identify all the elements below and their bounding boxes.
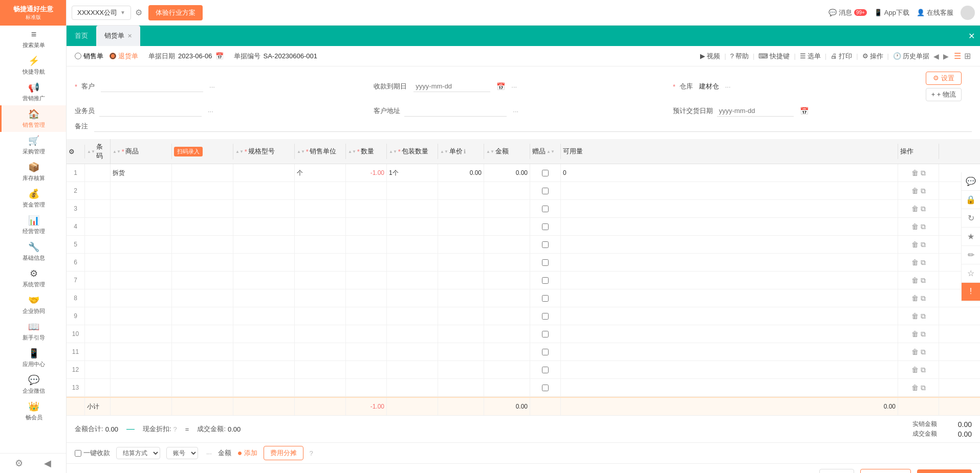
radio-sale-input[interactable]: [75, 53, 81, 59]
scan-button[interactable]: 扫码录入: [174, 147, 203, 156]
copy-row-9-icon[interactable]: ⧉: [921, 312, 926, 321]
action-shortcut[interactable]: ⌨ 快捷键: [758, 52, 790, 61]
delete-row-12-icon[interactable]: 🗑: [911, 366, 919, 374]
action-help[interactable]: ? 帮助: [730, 52, 749, 61]
radio-return-input[interactable]: [110, 53, 116, 59]
one-click-payment-input[interactable]: [75, 450, 81, 457]
header-settings-icon[interactable]: ⚙: [135, 8, 142, 17]
customer-more-icon[interactable]: ···: [209, 83, 215, 91]
th-settings-icon[interactable]: ⚙: [69, 148, 75, 155]
sidebar-item-purchase[interactable]: 🛒 采购管理: [0, 132, 66, 159]
sidebar-item-search[interactable]: ≡ 搜索菜单: [0, 26, 66, 52]
collect-date-more-icon[interactable]: ···: [511, 83, 517, 91]
gift-checkbox-2[interactable]: [542, 188, 549, 194]
sidebar-item-member[interactable]: 👑 畅会员: [0, 398, 66, 424]
copy-row-6-icon[interactable]: ⧉: [921, 258, 926, 267]
delete-row-13-icon[interactable]: 🗑: [911, 384, 919, 392]
sidebar-item-basic[interactable]: 🔧 基础信息: [0, 238, 66, 265]
history-prev-icon[interactable]: ◀: [933, 52, 939, 60]
logistics-button[interactable]: + + 物流: [926, 88, 962, 101]
copy-row-13-icon[interactable]: ⧉: [921, 384, 926, 392]
date-calendar-icon[interactable]: 📅: [215, 52, 224, 60]
sidebar-item-enterprise[interactable]: 🤝 企业协同: [0, 291, 66, 318]
expected-delivery-calendar-icon[interactable]: 📅: [800, 107, 809, 115]
gift-checkbox-6[interactable]: [542, 259, 549, 266]
rf-item-6[interactable]: ☆: [962, 264, 980, 283]
one-click-payment-checkbox[interactable]: 一键收款: [75, 448, 110, 458]
delete-row-6-icon[interactable]: 🗑: [911, 258, 919, 266]
gift-checkbox-11[interactable]: [542, 349, 549, 355]
copy-row-4-icon[interactable]: ⧉: [921, 222, 926, 231]
action-video[interactable]: ▶ 视频: [700, 52, 720, 61]
sidebar-item-wecom[interactable]: 💬 企业微信: [0, 371, 66, 398]
delete-row-3-icon[interactable]: 🗑: [911, 205, 919, 213]
action-print[interactable]: 🖨 打印: [831, 52, 852, 61]
td-spec-1[interactable]: [233, 164, 295, 182]
sidebar-item-appstore[interactable]: 📱 应用中心: [0, 345, 66, 371]
sidebar-item-guide[interactable]: 📖 新手引导: [0, 318, 66, 345]
rf-item-5[interactable]: ✏: [962, 246, 980, 264]
sidebar-item-sales[interactable]: 🏠 销售管理: [0, 105, 66, 132]
delete-row-4-icon[interactable]: 🗑: [911, 222, 919, 231]
expected-delivery-input[interactable]: [717, 105, 794, 117]
delete-row-1-icon[interactable]: 🗑: [911, 169, 919, 177]
customer-addr-more-icon[interactable]: ···: [513, 107, 518, 115]
delete-row-7-icon[interactable]: 🗑: [911, 276, 919, 284]
sidebar-settings-icon[interactable]: ⚙: [15, 458, 23, 469]
tab-home[interactable]: 首页: [67, 26, 96, 46]
grid-view-icon[interactable]: ⊞: [963, 50, 972, 62]
copy-row-8-icon[interactable]: ⧉: [921, 294, 926, 303]
warehouse-more-icon[interactable]: ···: [725, 83, 731, 91]
messages-button[interactable]: 💬 消息 99+: [829, 8, 867, 17]
delete-row-10-icon[interactable]: 🗑: [911, 330, 919, 338]
save-draft-button[interactable]: 保存草稿 ▲: [860, 469, 911, 473]
sidebar-item-quick[interactable]: ⚡ 快捷导航: [0, 52, 66, 79]
rf-item-4[interactable]: ★: [962, 228, 980, 246]
abandon-button[interactable]: 放弃: [819, 469, 854, 473]
rf-item-2[interactable]: 🔒: [962, 191, 980, 209]
company-selector[interactable]: XXXXXX公司 ▼: [72, 6, 131, 20]
delete-row-11-icon[interactable]: 🗑: [911, 348, 919, 356]
tab-sales-order[interactable]: 销货单 ✕: [96, 26, 140, 46]
delete-row-5-icon[interactable]: 🗑: [911, 240, 919, 249]
copy-row-2-icon[interactable]: ⧉: [921, 187, 926, 195]
tab-close-icon[interactable]: ✕: [127, 33, 132, 39]
salesperson-more-icon[interactable]: ···: [208, 107, 213, 115]
discount-help-icon[interactable]: ?: [173, 425, 177, 433]
customer-input[interactable]: [101, 81, 203, 92]
gift-checkbox-8[interactable]: [542, 295, 549, 302]
collect-date-calendar-icon[interactable]: 📅: [496, 82, 505, 91]
remark-input[interactable]: [94, 121, 972, 132]
collect-date-input[interactable]: [413, 81, 490, 92]
online-service-button[interactable]: 👤 在线客服: [917, 8, 953, 17]
delete-row-2-icon[interactable]: 🗑: [911, 187, 919, 195]
history-next-icon[interactable]: ▶: [943, 52, 949, 60]
copy-row-12-icon[interactable]: ⧉: [921, 366, 926, 374]
copy-row-5-icon[interactable]: ⧉: [921, 240, 926, 249]
sidebar-item-marketing[interactable]: 📢 营销推广: [0, 79, 66, 105]
customer-addr-input[interactable]: [404, 105, 507, 117]
expense-split-button[interactable]: 费用分摊: [264, 446, 303, 460]
copy-row-7-icon[interactable]: ⧉: [921, 276, 926, 285]
save-new-button[interactable]: 保存&新增 ▲: [917, 469, 972, 473]
payment-account-more-icon[interactable]: ···: [206, 449, 212, 457]
action-operate[interactable]: ⚙ 操作: [862, 52, 883, 61]
gift-checkbox-7[interactable]: [542, 277, 549, 284]
action-select[interactable]: ☰ 选单: [800, 52, 821, 61]
gift-checkbox-5[interactable]: [542, 241, 549, 248]
gift-checkbox-10[interactable]: [542, 331, 549, 337]
tabs-close-all[interactable]: ✕: [968, 31, 980, 41]
app-download-button[interactable]: 📱 App下载: [874, 8, 909, 17]
list-view-icon[interactable]: ☰: [953, 50, 962, 62]
gift-checkbox-1[interactable]: [542, 170, 549, 176]
radio-return[interactable]: 退货单: [110, 52, 138, 61]
copy-row-11-icon[interactable]: ⧉: [921, 348, 926, 356]
rf-item-3[interactable]: ↻: [962, 209, 980, 228]
add-payment-button[interactable]: ● 添加: [237, 448, 257, 458]
gift-checkbox-9[interactable]: [542, 313, 549, 320]
th-price-info-icon[interactable]: ℹ: [464, 148, 466, 155]
sidebar-item-operations[interactable]: 📊 经营管理: [0, 212, 66, 238]
gift-checkbox-4[interactable]: [542, 223, 549, 230]
copy-row-3-icon[interactable]: ⧉: [921, 205, 926, 213]
trial-button[interactable]: 体验行业方案: [148, 5, 203, 20]
